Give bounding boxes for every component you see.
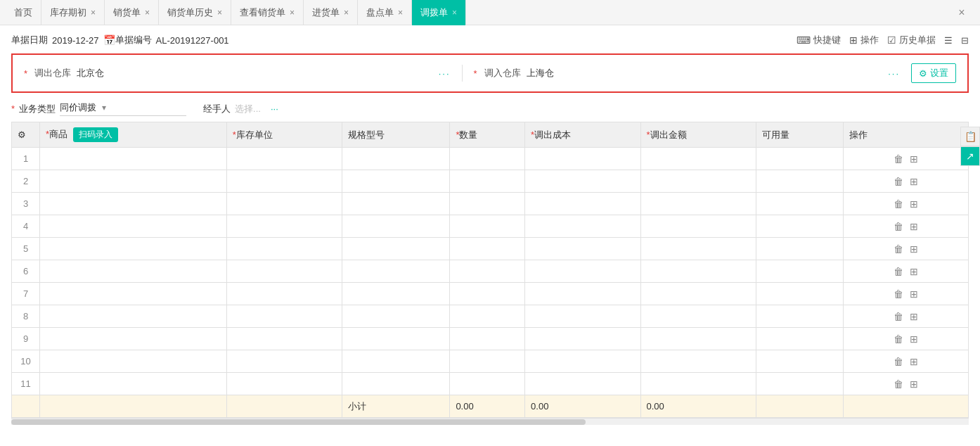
scan-button[interactable]: 扫码录入 xyxy=(73,127,118,142)
row-5-unit[interactable] xyxy=(226,238,342,260)
person-placeholder[interactable]: 选择... xyxy=(235,103,261,115)
row-4-spec[interactable] xyxy=(342,215,450,238)
row-6-product[interactable] xyxy=(40,260,227,283)
right-float-doc-icon[interactable]: 📋 xyxy=(960,127,980,146)
row-2-qty[interactable] xyxy=(450,170,525,193)
delete-icon[interactable]: 🗑 xyxy=(894,243,903,255)
delete-icon[interactable]: 🗑 xyxy=(894,221,903,232)
row-10-amount[interactable] xyxy=(640,350,756,373)
row-6-spec[interactable] xyxy=(342,260,450,283)
row-7-spec[interactable] xyxy=(342,283,450,305)
row-7-qty[interactable] xyxy=(450,283,525,305)
row-10-qty[interactable] xyxy=(450,350,525,373)
tab-home[interactable]: 首页 xyxy=(6,0,41,25)
row-8-qty[interactable] xyxy=(450,305,525,328)
tab-transfer[interactable]: 调拨单 × xyxy=(412,0,466,25)
row-4-qty[interactable] xyxy=(450,215,525,238)
layout-list-button[interactable]: ☰ xyxy=(944,35,953,46)
row-7-product[interactable] xyxy=(40,283,227,305)
row-9-qty[interactable] xyxy=(450,328,525,350)
row-4-cost[interactable] xyxy=(525,215,640,238)
row-8-spec[interactable] xyxy=(342,305,450,328)
row-11-qty[interactable] xyxy=(450,373,525,395)
row-3-unit[interactable] xyxy=(226,193,342,215)
operations-button[interactable]: ⊞ 操作 xyxy=(849,34,879,46)
copy-icon[interactable]: ⊞ xyxy=(910,378,918,390)
tab-purchase-close[interactable]: × xyxy=(344,8,349,18)
row-7-amount[interactable] xyxy=(640,283,756,305)
row-8-product[interactable] xyxy=(40,305,227,328)
copy-icon[interactable]: ⊞ xyxy=(910,288,918,300)
shortcuts-button[interactable]: ⌨ 快捷键 xyxy=(797,34,841,46)
tab-sales-order[interactable]: 销货单 × xyxy=(105,0,159,25)
tab-inventory-check-close[interactable]: × xyxy=(398,8,403,18)
row-10-product[interactable] xyxy=(40,350,227,373)
copy-icon[interactable]: ⊞ xyxy=(910,356,918,367)
row-8-amount[interactable] xyxy=(640,305,756,328)
copy-icon[interactable]: ⊞ xyxy=(910,243,918,255)
horizontal-scrollbar[interactable] xyxy=(11,418,969,425)
delete-icon[interactable]: 🗑 xyxy=(894,378,903,390)
row-8-available[interactable] xyxy=(756,305,843,328)
copy-icon[interactable]: ⊞ xyxy=(910,311,918,322)
row-3-cost[interactable] xyxy=(525,193,640,215)
row-4-unit[interactable] xyxy=(226,215,342,238)
row-6-available[interactable] xyxy=(756,260,843,283)
delete-icon[interactable]: 🗑 xyxy=(894,198,903,210)
row-2-amount[interactable] xyxy=(640,170,756,193)
tab-inventory-init[interactable]: 库存期初 × xyxy=(41,0,105,25)
row-6-cost[interactable] xyxy=(525,260,640,283)
delete-icon[interactable]: 🗑 xyxy=(894,288,903,300)
row-7-cost[interactable] xyxy=(525,283,640,305)
delete-icon[interactable]: 🗑 xyxy=(894,176,903,187)
row-5-product[interactable] xyxy=(40,238,227,260)
row-5-amount[interactable] xyxy=(640,238,756,260)
out-warehouse-more[interactable]: ··· xyxy=(439,68,451,79)
row-5-spec[interactable] xyxy=(342,238,450,260)
row-11-amount[interactable] xyxy=(640,373,756,395)
row-6-unit[interactable] xyxy=(226,260,342,283)
row-3-amount[interactable] xyxy=(640,193,756,215)
copy-icon[interactable]: ⊞ xyxy=(910,198,918,210)
row-6-qty[interactable] xyxy=(450,260,525,283)
row-8-unit[interactable] xyxy=(226,305,342,328)
scrollbar-thumb[interactable] xyxy=(11,419,586,425)
row-2-unit[interactable] xyxy=(226,170,342,193)
row-7-available[interactable] xyxy=(756,283,843,305)
history-button[interactable]: ☑ 历史单据 xyxy=(887,34,936,46)
delete-icon[interactable]: 🗑 xyxy=(894,266,903,277)
col-gear[interactable]: ⚙ xyxy=(12,122,40,148)
right-float-expand-icon[interactable]: ↗ xyxy=(960,146,980,166)
row-5-qty[interactable] xyxy=(450,238,525,260)
row-3-available[interactable] xyxy=(756,193,843,215)
row-6-amount[interactable] xyxy=(640,260,756,283)
row-1-available[interactable] xyxy=(756,148,843,170)
row-1-cost[interactable] xyxy=(525,148,640,170)
tab-view-sales[interactable]: 查看销货单 × xyxy=(231,0,304,25)
tab-sales-history[interactable]: 销货单历史 × xyxy=(159,0,231,25)
row-7-unit[interactable] xyxy=(226,283,342,305)
layout-grid-button[interactable]: ⊟ xyxy=(961,35,969,46)
settings-button[interactable]: ⚙ 设置 xyxy=(911,63,956,83)
row-8-cost[interactable] xyxy=(525,305,640,328)
row-10-available[interactable] xyxy=(756,350,843,373)
row-9-amount[interactable] xyxy=(640,328,756,350)
person-more-icon[interactable]: ··· xyxy=(271,103,278,114)
tab-inventory-init-close[interactable]: × xyxy=(91,8,96,18)
copy-icon[interactable]: ⊞ xyxy=(910,333,918,345)
row-9-spec[interactable] xyxy=(342,328,450,350)
row-9-available[interactable] xyxy=(756,328,843,350)
row-1-unit[interactable] xyxy=(226,148,342,170)
row-11-spec[interactable] xyxy=(342,373,450,395)
tab-inventory-check[interactable]: 盘点单 × xyxy=(358,0,412,25)
tab-purchase[interactable]: 进货单 × xyxy=(304,0,358,25)
window-close-button[interactable]: × xyxy=(949,0,974,25)
delete-icon[interactable]: 🗑 xyxy=(894,311,903,322)
row-9-cost[interactable] xyxy=(525,328,640,350)
row-10-spec[interactable] xyxy=(342,350,450,373)
row-3-spec[interactable] xyxy=(342,193,450,215)
row-11-available[interactable] xyxy=(756,373,843,395)
tab-sales-history-close[interactable]: × xyxy=(217,8,222,18)
row-5-cost[interactable] xyxy=(525,238,640,260)
in-warehouse-more[interactable]: ··· xyxy=(888,68,900,79)
